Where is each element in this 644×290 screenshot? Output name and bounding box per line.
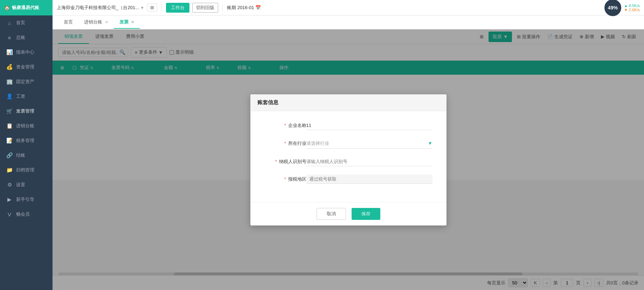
period-display: 账期 2016-01 📅	[227, 5, 261, 11]
industry-chevron-icon: ▼	[428, 141, 432, 146]
save-button[interactable]: 保存	[352, 208, 380, 220]
archive-icon: 📁	[6, 167, 13, 173]
sidebar-item-label: 报表中心	[16, 49, 34, 55]
tab-invoice[interactable]: 发票 ✕	[114, 16, 140, 29]
content-area: 销项发票 进项发票 费用小票 ⊞ 取票 ▼ ⊞ 批量操作 📄	[53, 29, 644, 290]
topbar-right: 49% ▲ 8.5K/s ▼ 2.6K/s	[604, 0, 640, 16]
tab-purchase[interactable]: 进销台账 ✕	[78, 16, 114, 29]
sidebar-item-label: 首页	[16, 20, 25, 26]
company-name: 上海卯金刀电子科技有限公司_（台201...	[57, 5, 139, 11]
tax-id-label: * 纳税人识别号	[264, 159, 306, 165]
ledger-icon: ≡	[6, 35, 13, 41]
company-selector[interactable]: 上海卯金刀电子科技有限公司_（台201... ▼	[57, 5, 144, 11]
sidebar-item-label: 税务管理	[16, 137, 34, 144]
sidebar-item-payroll[interactable]: 👤工资	[0, 89, 53, 104]
sidebar-logo: 🏠 畅康通易代账	[0, 0, 53, 15]
sidebar-item-settings[interactable]: ⚙设置	[0, 177, 53, 192]
company-chevron-icon: ▼	[140, 6, 144, 10]
tax-region-input	[306, 175, 432, 184]
sidebar-item-member[interactable]: V畅会员	[0, 207, 53, 222]
modal-title: 账套信息	[250, 94, 446, 111]
sidebar-item-ledger[interactable]: ≡总账	[0, 30, 53, 45]
required-icon3: *	[275, 159, 277, 164]
funds-icon: 💰	[6, 64, 13, 70]
modal-footer: 取消 保存	[250, 202, 446, 225]
sidebar-item-reports[interactable]: 📊报表中心	[0, 45, 53, 60]
tax-id-input[interactable]	[306, 157, 432, 166]
purchase-icon: 📋	[6, 123, 13, 129]
sidebar-item-label: 进销台账	[16, 123, 34, 129]
tax-icon: 📝	[6, 137, 13, 144]
sidebar-item-label: 设置	[16, 182, 25, 188]
invoice-icon: 🛒	[6, 108, 13, 114]
required-icon2: *	[284, 141, 286, 146]
tab-bar: 首页 进销台账 ✕ 发票 ✕	[53, 15, 644, 29]
sidebar-item-label: 资金管理	[16, 64, 34, 70]
company-name-row: * 企业名称	[264, 121, 432, 130]
sidebar-item-label: 归档管理	[16, 167, 34, 173]
tab-home[interactable]: 首页	[58, 16, 78, 29]
sidebar-item-assets[interactable]: 🏢固定资产	[0, 74, 53, 89]
sidebar-item-settlement[interactable]: 🔗结账	[0, 148, 53, 163]
required-icon4: *	[284, 176, 286, 182]
required-icon: *	[284, 123, 286, 128]
company-name-label: * 企业名称	[264, 122, 306, 129]
sidebar-item-invoice[interactable]: 🛒发票管理	[0, 104, 53, 119]
sidebar-item-label: 总账	[16, 34, 25, 41]
tab-invoice-close-icon[interactable]: ✕	[131, 20, 134, 24]
company-name-input[interactable]	[306, 121, 432, 130]
tab-purchase-close-icon[interactable]: ✕	[105, 20, 108, 24]
speed-badge: 49%	[604, 0, 621, 16]
sidebar-item-tax[interactable]: 📝税务管理	[0, 133, 53, 148]
cancel-button[interactable]: 取消	[317, 208, 346, 220]
main-content: 上海卯金刀电子科技有限公司_（台201... ▼ ⊞ 工作台 切到旧版 账期 2…	[53, 0, 644, 290]
sidebar-item-home[interactable]: ⌂首页	[0, 15, 53, 30]
sidebar-item-label: 工资	[16, 93, 25, 100]
modal-body: * 企业名称 * 所在行业 请选择行业 ▼	[250, 111, 446, 202]
sidebar-item-label: 新手引导	[16, 196, 34, 203]
payroll-icon: 👤	[6, 93, 13, 100]
logo-text: 畅康通易代账	[12, 5, 39, 11]
calendar-icon[interactable]: 📅	[255, 5, 261, 10]
guide-icon: ▶	[6, 196, 13, 203]
period-label: 账期	[227, 5, 236, 11]
industry-row: * 所在行业 请选择行业 ▼	[264, 139, 432, 149]
member-icon: V	[6, 211, 13, 217]
sidebar-item-guide[interactable]: ▶新手引导	[0, 192, 53, 207]
topbar-divider	[161, 4, 162, 11]
tab-purchase-label: 进销台账	[84, 19, 102, 25]
speed-down: ▼ 2.6K/s	[624, 8, 640, 12]
tax-region-label: * 报税地区	[264, 176, 306, 182]
account-info-modal: 账套信息 * 企业名称 * 所在行业	[250, 94, 446, 225]
industry-placeholder: 请选择行业	[306, 140, 329, 147]
reports-icon: 📊	[6, 49, 13, 55]
tab-invoice-label: 发票	[119, 19, 129, 25]
industry-select[interactable]: 请选择行业 ▼	[306, 139, 432, 149]
assets-icon: 🏢	[6, 79, 13, 85]
speed-percent: 49%	[608, 5, 618, 11]
sidebar-item-label: 发票管理	[16, 108, 34, 114]
settlement-icon: 🔗	[6, 152, 13, 159]
sidebar: 🏠 畅康通易代账 ⌂首页≡总账📊报表中心💰资金管理🏢固定资产👤工资🛒发票管理📋进…	[0, 0, 53, 290]
sidebar-item-archive[interactable]: 📁归档管理	[0, 163, 53, 177]
topbar-divider2	[222, 4, 223, 11]
speed-up: ▲ 8.5K/s	[624, 4, 640, 8]
tax-id-row: * 纳税人识别号	[264, 157, 432, 166]
tax-region-row: * 报税地区	[264, 175, 432, 184]
modal-overlay: 账套信息 * 企业名称 * 所在行业	[53, 29, 644, 290]
logo-icon: 🏠	[4, 5, 10, 11]
sidebar-item-funds[interactable]: 💰资金管理	[0, 60, 53, 74]
workbench-button[interactable]: 工作台	[166, 3, 189, 13]
old-version-button[interactable]: 切到旧版	[192, 3, 218, 13]
tab-home-label: 首页	[64, 19, 73, 25]
topbar: 上海卯金刀电子科技有限公司_（台201... ▼ ⊞ 工作台 切到旧版 账期 2…	[53, 0, 644, 15]
settings-icon: ⚙	[6, 182, 13, 188]
speed-info: ▲ 8.5K/s ▼ 2.6K/s	[624, 4, 640, 12]
sidebar-item-purchase[interactable]: 📋进销台账	[0, 119, 53, 133]
home-icon: ⌂	[6, 20, 13, 26]
sidebar-item-label: 固定资产	[16, 79, 34, 85]
industry-label: * 所在行业	[264, 140, 306, 147]
sidebar-item-label: 结账	[16, 152, 25, 159]
company-icon-button[interactable]: ⊞	[147, 4, 157, 12]
period-value: 2016-01	[237, 5, 254, 10]
